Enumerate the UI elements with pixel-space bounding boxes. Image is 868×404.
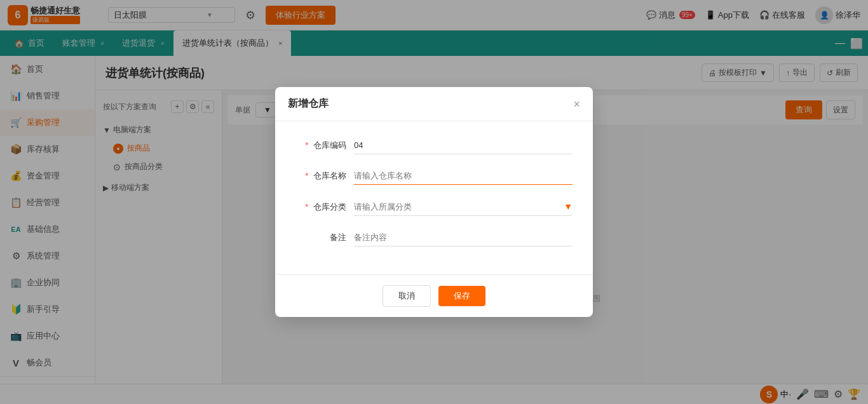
modal-overlay[interactable]: 新增仓库 × * 仓库编码 * 仓库名称	[0, 0, 868, 404]
save-button[interactable]: 保存	[438, 286, 485, 306]
form-row-remark: 备注	[295, 229, 573, 246]
name-label-text: 仓库名称	[313, 171, 346, 180]
add-warehouse-modal: 新增仓库 × * 仓库编码 * 仓库名称	[275, 87, 593, 317]
category-select-input[interactable]	[354, 202, 564, 212]
category-label-text: 仓库分类	[313, 202, 346, 212]
modal-header: 新增仓库 ×	[275, 87, 593, 121]
name-label: * 仓库名称	[295, 170, 346, 182]
form-row-category: * 仓库分类 ▼	[295, 198, 573, 216]
category-select-wrap[interactable]: ▼	[354, 198, 573, 216]
form-row-code: * 仓库编码	[295, 137, 573, 154]
remark-label-text: 备注	[330, 232, 346, 242]
modal-body: * 仓库编码 * 仓库名称 * 仓库分类	[275, 121, 593, 274]
remark-input[interactable]	[354, 229, 573, 246]
code-label-text: 仓库编码	[313, 140, 346, 150]
modal-title: 新增仓库	[288, 97, 329, 111]
category-label: * 仓库分类	[295, 201, 346, 213]
code-label: * 仓库编码	[295, 140, 346, 151]
cancel-button[interactable]: 取消	[383, 285, 431, 307]
form-row-name: * 仓库名称	[295, 167, 573, 185]
category-dropdown-arrow: ▼	[564, 201, 573, 212]
remark-label: 备注	[295, 232, 346, 243]
modal-footer: 取消 保存	[275, 274, 593, 317]
modal-close-button[interactable]: ×	[573, 98, 580, 110]
warehouse-name-input[interactable]	[354, 167, 573, 185]
warehouse-code-input[interactable]	[354, 137, 573, 154]
